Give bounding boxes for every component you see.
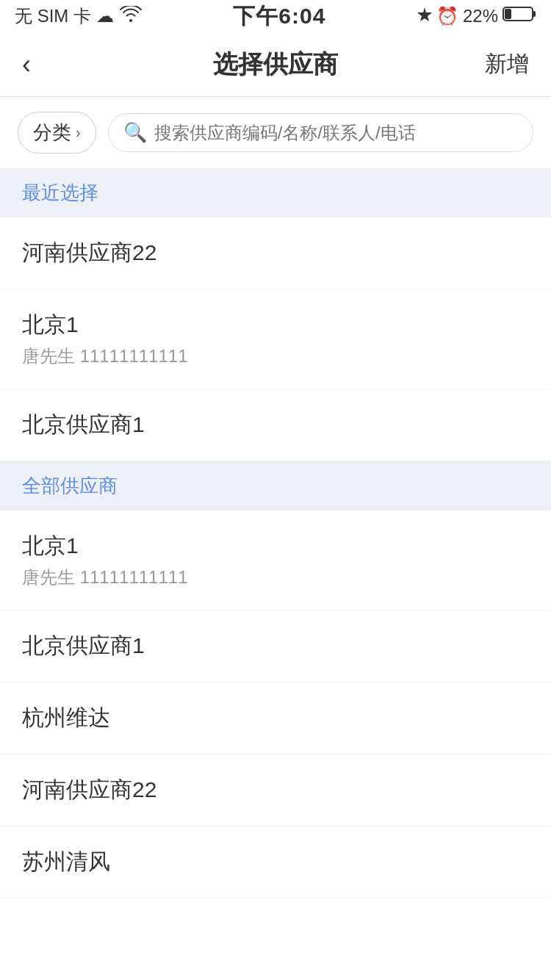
list-item[interactable]: 北京供应商1 xyxy=(0,610,551,682)
list-item-name: 北京供应商1 xyxy=(22,410,529,440)
status-time: 下午6:04 xyxy=(233,1,325,32)
list-item-name: 河南供应商22 xyxy=(22,775,529,805)
svg-rect-1 xyxy=(505,9,511,19)
list-item[interactable]: 河南供应商22 xyxy=(0,754,551,826)
wifi-icon xyxy=(120,6,142,26)
status-right: ⏰ 22% xyxy=(417,6,536,26)
list-item[interactable]: 河南供应商22 xyxy=(0,217,551,289)
list-item[interactable]: 杭州维达 xyxy=(0,682,551,754)
nav-bar: ‹ 选择供应商 新增 xyxy=(0,32,551,97)
alarm-icon: ⏰ xyxy=(436,6,458,26)
back-button[interactable]: ‹ xyxy=(22,49,66,80)
status-bar: 无 SIM 卡 ☁ 下午6:04 ⏰ 22% xyxy=(0,0,551,32)
sim-label: 无 SIM 卡 ☁ xyxy=(15,4,114,28)
list-item-name: 河南供应商22 xyxy=(22,238,529,268)
add-button[interactable]: 新增 xyxy=(485,49,529,79)
list-item[interactable]: 北京供应商1 xyxy=(0,389,551,461)
list-item[interactable]: 苏州清风 xyxy=(0,826,551,898)
list-item-sub: 唐先生 11111111111 xyxy=(22,566,529,589)
battery-percent: 22% xyxy=(463,6,498,26)
search-box: 🔍 xyxy=(108,113,533,152)
search-input[interactable] xyxy=(154,123,518,143)
search-icon: 🔍 xyxy=(123,121,147,144)
category-label: 分类 xyxy=(33,120,71,145)
list-item-name: 杭州维达 xyxy=(22,703,529,733)
svg-rect-2 xyxy=(533,11,536,17)
category-button[interactable]: 分类 › xyxy=(18,112,96,154)
location-icon xyxy=(417,6,432,26)
section-header-recent: 最近选择 xyxy=(0,168,551,217)
sections-container: 最近选择河南供应商22北京1唐先生 11111111111北京供应商1全部供应商… xyxy=(0,168,551,898)
list-item-name: 北京1 xyxy=(22,531,529,561)
list-item-name: 苏州清风 xyxy=(22,847,529,877)
list-item[interactable]: 北京1唐先生 11111111111 xyxy=(0,511,551,610)
list-item[interactable]: 北京1唐先生 11111111111 xyxy=(0,289,551,389)
list-item-name: 北京供应商1 xyxy=(22,631,529,661)
section-header-all: 全部供应商 xyxy=(0,461,551,511)
search-area: 分类 › 🔍 xyxy=(0,97,551,168)
page-title: 选择供应商 xyxy=(213,48,338,82)
list-item-sub: 唐先生 11111111111 xyxy=(22,345,529,368)
list-item-name: 北京1 xyxy=(22,310,529,340)
chevron-right-icon: › xyxy=(76,124,81,141)
status-left: 无 SIM 卡 ☁ xyxy=(15,4,142,28)
battery-icon xyxy=(503,6,536,26)
